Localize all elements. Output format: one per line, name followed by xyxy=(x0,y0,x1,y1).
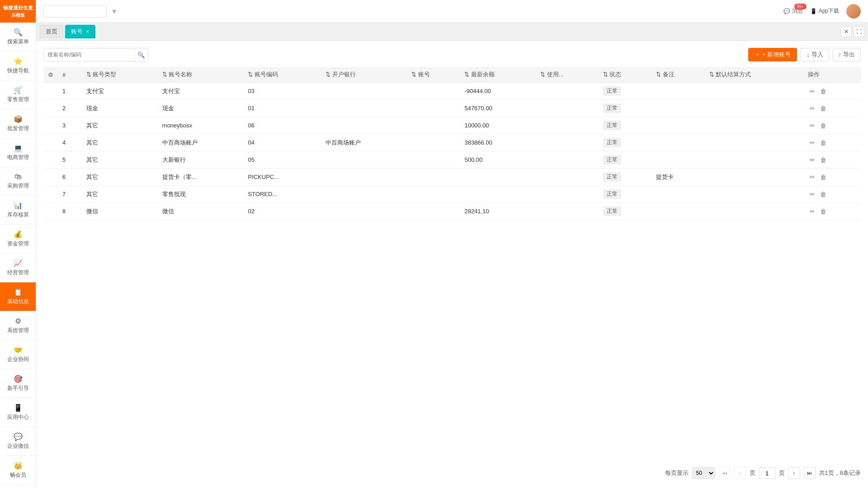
sidebar-item-basic-info[interactable]: 📋 基础信息 xyxy=(0,282,36,311)
tab-expand-button[interactable]: ⛶ xyxy=(854,26,864,37)
row-status: 正常 xyxy=(599,169,651,186)
sidebar-item-enterprise-wechat[interactable]: 💬 企业微信 xyxy=(0,427,36,456)
logo-subtitle: 乐橙版 xyxy=(3,12,33,18)
sidebar-item-label: 系统管理 xyxy=(2,327,34,334)
col-bank[interactable]: ⇅ 开户银行 xyxy=(321,67,407,83)
app-download-button[interactable]: 📱 App下载 xyxy=(810,7,839,15)
row-remark xyxy=(651,134,704,151)
import-button[interactable]: ↓ 导入 xyxy=(801,48,829,61)
status-badge: 正常 xyxy=(603,155,621,164)
tab-close-all-button[interactable]: ✕ xyxy=(841,26,852,37)
row-usage xyxy=(536,83,598,100)
row-account xyxy=(407,186,460,203)
page-input[interactable] xyxy=(759,467,775,479)
row-no: 5 xyxy=(58,151,82,169)
row-remark xyxy=(651,186,704,203)
row-name: 大新银行 xyxy=(158,151,244,169)
delete-button[interactable]: 🗑 xyxy=(818,155,828,164)
tab-account[interactable]: 账号 ✕ xyxy=(65,25,95,38)
next-page-button[interactable]: › xyxy=(788,467,800,479)
message-button[interactable]: 💬 消息 99+ xyxy=(783,7,803,15)
status-badge: 正常 xyxy=(603,121,621,130)
sidebar-item-purchase-mgmt[interactable]: 🛍 采购管理 xyxy=(0,167,36,196)
col-usage[interactable]: ⇅ 使用... xyxy=(536,67,598,83)
delete-button[interactable]: 🗑 xyxy=(818,190,828,199)
sidebar-item-new-guide[interactable]: 🎯 新手引导 xyxy=(0,369,36,398)
edit-button[interactable]: ✏ xyxy=(808,138,817,147)
tab-bar-actions: ✕ ⛶ xyxy=(841,26,864,37)
col-account[interactable]: ⇅ 账号 xyxy=(407,67,460,83)
edit-button[interactable]: ✏ xyxy=(808,207,817,216)
add-account-button[interactable]: ＋ + 新增账号 xyxy=(748,48,797,61)
sidebar-item-finance-mgmt[interactable]: 💰 资金管理 xyxy=(0,225,36,253)
inventory-icon: 📊 xyxy=(2,201,34,210)
row-name: 提货卡（零... xyxy=(158,169,244,186)
edit-button[interactable]: ✏ xyxy=(808,155,817,164)
top-dropdown-icon[interactable]: ▾ xyxy=(112,6,116,16)
sidebar-item-member[interactable]: 👑 畅会员 xyxy=(0,456,36,485)
col-default-payment[interactable]: ⇅ 默认结算方式 xyxy=(705,67,803,83)
row-remark xyxy=(651,117,704,134)
col-name[interactable]: ⇅ 账号名称 xyxy=(158,67,244,83)
edit-button[interactable]: ✏ xyxy=(808,121,817,130)
row-code: PICKUPC... xyxy=(243,169,321,186)
delete-button[interactable]: 🗑 xyxy=(818,121,828,130)
sidebar-item-search-menu[interactable]: 🔍 搜索菜单 xyxy=(0,23,36,52)
last-page-button[interactable]: ⏭ xyxy=(804,467,816,479)
edit-button[interactable]: ✏ xyxy=(808,104,817,113)
status-badge: 正常 xyxy=(603,172,621,182)
col-remark[interactable]: ⇅ 备注 xyxy=(651,67,704,83)
edit-button[interactable]: ✏ xyxy=(808,173,817,182)
sidebar-item-retail-mgmt[interactable]: 🛒 零售管理 xyxy=(0,80,36,109)
row-no: 7 xyxy=(58,186,82,203)
sidebar-item-label: 资金管理 xyxy=(2,240,34,248)
per-page-select[interactable]: 50 20 100 xyxy=(692,467,715,479)
sidebar-item-quick-nav[interactable]: ⭐ 快捷导航 xyxy=(0,52,36,80)
export-button[interactable]: ↑ 导出 xyxy=(833,48,861,61)
delete-button[interactable]: 🗑 xyxy=(818,138,828,147)
row-code: 04 xyxy=(243,134,321,151)
sidebar-item-inventory-calc[interactable]: 📊 库存核算 xyxy=(0,196,36,225)
row-usage xyxy=(536,134,598,151)
enterprise-icon: 🤝 xyxy=(2,346,34,354)
row-status: 正常 xyxy=(599,83,651,100)
sidebar-item-enterprise-agreement[interactable]: 🤝 企业协同 xyxy=(0,340,36,369)
sidebar-item-wholesale-mgmt[interactable]: 📦 批发管理 xyxy=(0,109,36,138)
delete-button[interactable]: 🗑 xyxy=(818,87,828,96)
row-actions: ✏ 🗑 xyxy=(803,169,861,186)
col-settings[interactable]: ⚙ xyxy=(43,67,58,83)
col-balance[interactable]: ⇅ 最新余额 xyxy=(460,67,536,83)
row-default-payment xyxy=(705,186,803,203)
sidebar-item-ecommerce-mgmt[interactable]: 💻 电商管理 xyxy=(0,138,36,167)
delete-button[interactable]: 🗑 xyxy=(818,104,828,113)
search-button[interactable]: 🔍 xyxy=(134,48,148,61)
user-avatar[interactable] xyxy=(846,4,861,19)
wholesale-icon: 📦 xyxy=(2,115,34,123)
row-actions: ✏ 🗑 xyxy=(803,117,861,134)
sidebar-item-operations-mgmt[interactable]: 📈 经营管理 xyxy=(0,253,36,282)
delete-button[interactable]: 🗑 xyxy=(818,173,828,182)
edit-button[interactable]: ✏ xyxy=(808,87,817,96)
add-icon: ＋ xyxy=(755,51,760,59)
col-status[interactable]: ⇅ 状态 xyxy=(599,67,651,83)
edit-button[interactable]: ✏ xyxy=(808,190,817,199)
purchase-icon: 🛍 xyxy=(2,173,34,181)
prev-page-button[interactable]: ‹ xyxy=(734,467,746,479)
row-checkbox-cell xyxy=(43,117,58,134)
row-type: 其它 xyxy=(82,134,158,151)
row-default-payment xyxy=(705,169,803,186)
top-search-input[interactable] xyxy=(43,5,107,18)
sidebar-item-app-center[interactable]: 📱 应用中心 xyxy=(0,398,36,427)
row-name: moneybosx xyxy=(158,117,244,134)
sidebar-item-system-mgmt[interactable]: ⚙ 系统管理 xyxy=(0,311,36,340)
row-actions: ✏ 🗑 xyxy=(803,134,861,151)
col-type[interactable]: ⇅ 账号类型 xyxy=(82,67,158,83)
delete-button[interactable]: 🗑 xyxy=(818,207,828,216)
row-actions: ✏ 🗑 xyxy=(803,151,861,169)
search-input[interactable] xyxy=(44,52,134,58)
status-badge: 正常 xyxy=(603,103,621,113)
tab-close-icon[interactable]: ✕ xyxy=(85,29,90,35)
first-page-button[interactable]: ⏮ xyxy=(719,467,731,479)
tab-home[interactable]: 首页 xyxy=(40,25,63,38)
col-code[interactable]: ⇅ 账号编码 xyxy=(243,67,321,83)
